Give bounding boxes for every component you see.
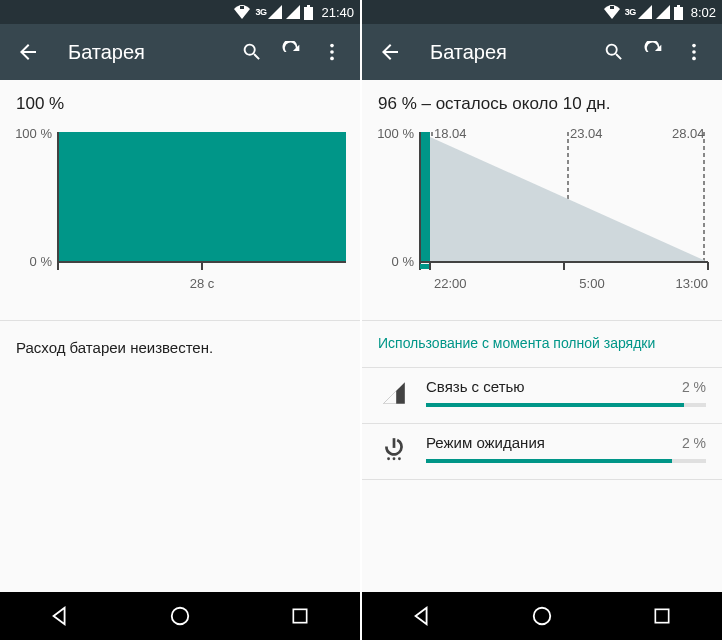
since-full-charge-label: Использование с момента полной зарядки	[362, 321, 722, 361]
content: 96 % – осталось около 10 дн. 100 % 0 % 1…	[362, 80, 722, 592]
svg-point-9	[172, 608, 189, 625]
app-header: Батарея	[0, 24, 360, 80]
power-icon	[378, 436, 410, 462]
usage-bar	[426, 459, 706, 463]
clock: 8:02	[691, 5, 716, 20]
svg-point-15	[692, 50, 696, 54]
navigation-bar	[0, 592, 360, 640]
signal-icon-2	[656, 5, 670, 19]
signal-icon-1	[268, 5, 282, 19]
search-button[interactable]	[232, 32, 272, 72]
svg-rect-10	[293, 609, 306, 622]
y-tick-bottom: 0 %	[392, 254, 415, 269]
signal-icon-1	[638, 5, 652, 19]
nav-home-button[interactable]	[150, 592, 210, 640]
svg-point-4	[330, 50, 334, 54]
page-title: Батарея	[430, 41, 594, 64]
status-bar: 3G 8:02	[362, 0, 722, 24]
clock: 21:40	[321, 5, 354, 20]
back-button[interactable]	[8, 32, 48, 72]
refresh-button[interactable]	[634, 32, 674, 72]
battery-icon	[304, 5, 313, 20]
chart-forecast-area	[430, 137, 708, 262]
usage-item-network[interactable]: Связь с сетью 2 %	[362, 368, 722, 413]
app-header: Батарея	[362, 24, 722, 80]
wifi-icon	[603, 5, 621, 19]
nav-back-button[interactable]	[392, 592, 452, 640]
y-tick-bottom: 0 %	[30, 254, 53, 269]
usage-bar-fill	[426, 459, 672, 463]
signal-icon-2	[286, 5, 300, 19]
usage-percent: 2 %	[682, 379, 706, 395]
nav-recent-button[interactable]	[270, 592, 330, 640]
svg-point-24	[387, 457, 390, 460]
svg-rect-11	[610, 6, 614, 9]
battery-icon	[674, 5, 683, 20]
usage-percent: 2 %	[682, 435, 706, 451]
svg-rect-2	[307, 5, 310, 7]
nav-home-button[interactable]	[512, 592, 572, 640]
nav-recent-button[interactable]	[632, 592, 692, 640]
battery-chart[interactable]: 100 % 0 % 18.04 23.04 28.04	[362, 124, 722, 314]
status-bar: 3G 21:40	[0, 0, 360, 24]
svg-point-27	[534, 608, 551, 625]
svg-rect-0	[240, 6, 244, 9]
back-button[interactable]	[370, 32, 410, 72]
chart-now-marker	[420, 264, 430, 269]
network-3g-label: 3G	[255, 7, 266, 17]
content: 100 % 100 % 0 % 28 с Расход батареи	[0, 80, 360, 592]
chart-actual-area	[420, 132, 430, 262]
svg-rect-12	[674, 7, 683, 20]
wifi-icon	[233, 5, 251, 19]
usage-unknown-text: Расход батареи неизвестен.	[0, 321, 360, 374]
svg-point-5	[330, 57, 334, 61]
svg-rect-13	[677, 5, 680, 7]
svg-point-26	[398, 457, 401, 460]
x-tick-2: 13:00	[675, 276, 708, 291]
x-tick-1: 5:00	[579, 276, 604, 291]
x-tick-0: 22:00	[434, 276, 467, 291]
divider	[362, 479, 722, 480]
top-tick-0: 18.04	[434, 126, 467, 141]
y-tick-top: 100 %	[377, 126, 414, 141]
usage-bar-fill	[426, 403, 684, 407]
x-tick-center: 28 с	[190, 276, 215, 291]
top-tick-2: 28.04	[672, 126, 705, 141]
usage-bar	[426, 403, 706, 407]
overflow-menu-button[interactable]	[674, 32, 714, 72]
battery-summary: 96 % – осталось около 10 дн.	[362, 80, 722, 124]
usage-item-standby[interactable]: Режим ожидания 2 %	[362, 424, 722, 469]
nav-back-button[interactable]	[30, 592, 90, 640]
phone-left: 3G 21:40 Батарея 100 %	[0, 0, 360, 640]
top-tick-1: 23.04	[570, 126, 603, 141]
svg-point-25	[393, 457, 396, 460]
usage-label: Режим ожидания	[426, 434, 545, 451]
svg-point-16	[692, 57, 696, 61]
overflow-menu-button[interactable]	[312, 32, 352, 72]
svg-point-3	[330, 44, 334, 48]
page-title: Батарея	[68, 41, 232, 64]
usage-label: Связь с сетью	[426, 378, 525, 395]
svg-rect-28	[655, 609, 668, 622]
battery-chart[interactable]: 100 % 0 % 28 с	[0, 124, 360, 314]
battery-summary: 100 %	[0, 80, 360, 124]
chart-actual-area	[58, 132, 346, 262]
y-tick-top: 100 %	[15, 126, 52, 141]
refresh-button[interactable]	[272, 32, 312, 72]
signal-icon	[378, 380, 410, 406]
search-button[interactable]	[594, 32, 634, 72]
navigation-bar	[362, 592, 722, 640]
network-3g-label: 3G	[625, 7, 636, 17]
phone-right: 3G 8:02 Батарея 96 % – осталось около 10…	[362, 0, 722, 640]
svg-point-14	[692, 44, 696, 48]
svg-rect-1	[304, 7, 313, 20]
